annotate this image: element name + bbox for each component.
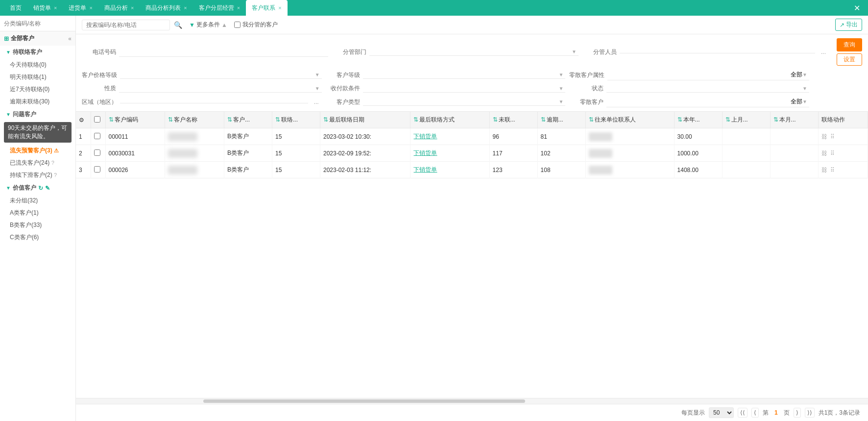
- my-customers-check[interactable]: [234, 22, 241, 28]
- tab-purchase-close[interactable]: ×: [89, 5, 92, 11]
- refresh-icon[interactable]: ↻: [38, 185, 43, 192]
- tab-customer-tier[interactable]: 客户分层经营 ×: [193, 0, 246, 16]
- settings-button[interactable]: 设置: [837, 53, 862, 66]
- sidebar-item-declining[interactable]: 持续下滑客户(2) ?: [0, 169, 75, 181]
- row-linked-contact: [585, 128, 674, 145]
- person-select[interactable]: [620, 51, 815, 53]
- nature-select[interactable]: ▼: [119, 85, 322, 93]
- my-customers-checkbox[interactable]: 我分管的客户: [234, 21, 278, 29]
- prev-page-btn[interactable]: ⟨: [751, 408, 759, 418]
- row-checkbox[interactable]: [91, 145, 105, 162]
- export-button[interactable]: ↗ 导出: [835, 19, 862, 31]
- col-uncontacted[interactable]: ⇅未联...: [489, 112, 537, 128]
- row-contact-count: 15: [272, 128, 320, 145]
- col-last-method[interactable]: ⇅最后联络方式: [410, 112, 489, 128]
- sidebar-item-overdue[interactable]: 逾期未联络(30): [0, 96, 75, 108]
- row-actions[interactable]: ⛓ ⠿: [818, 145, 868, 162]
- edit-icon[interactable]: ✎: [45, 185, 50, 192]
- row-checkbox[interactable]: [91, 128, 105, 145]
- col-checkbox[interactable]: [91, 112, 105, 128]
- col-customer-name[interactable]: ⇅客户名称: [165, 112, 224, 128]
- col-settings[interactable]: ⚙: [76, 112, 91, 128]
- next-page-btn[interactable]: ⟩: [794, 408, 801, 418]
- sidebar-group-waiting[interactable]: ▼ 待联络客户: [0, 46, 75, 59]
- sidebar-item-7days[interactable]: 近7天待联络(0): [0, 83, 75, 96]
- col-customer-code[interactable]: ⇅客户编码: [105, 112, 165, 128]
- price-level-select[interactable]: ▼: [120, 71, 322, 79]
- tab-customer-contact[interactable]: 客户联系 ×: [246, 0, 287, 16]
- sidebar-collapse-btn[interactable]: «: [68, 35, 72, 42]
- window-close-button[interactable]: ✕: [850, 3, 864, 13]
- main-search-icon[interactable]: 🔍: [174, 21, 182, 29]
- row-select-checkbox[interactable]: [94, 133, 100, 139]
- sidebar-item-class-b[interactable]: B类客户(33): [0, 219, 75, 231]
- col-linked-contact[interactable]: ⇅往来单位联系人: [585, 112, 674, 128]
- status-select[interactable]: ▼: [606, 85, 809, 93]
- col-this-year[interactable]: ⇅本年...: [674, 112, 722, 128]
- row-select-checkbox[interactable]: [94, 149, 100, 156]
- scrollbar-thumb[interactable]: [203, 399, 525, 403]
- sidebar-item-class-c[interactable]: C类客户(6): [0, 231, 75, 244]
- row-last-method[interactable]: 下销货单: [410, 128, 489, 145]
- action-link-icon[interactable]: ⛓: [821, 133, 827, 140]
- tab-sales-close[interactable]: ×: [54, 5, 57, 11]
- person-ellipsis[interactable]: ...: [818, 48, 829, 56]
- col-customer-type[interactable]: ⇅客户...: [224, 112, 272, 128]
- sidebar-group-problem[interactable]: ▼ 问题客户: [0, 108, 75, 121]
- region-ellipsis[interactable]: ...: [311, 98, 322, 106]
- tab-customer-contact-close[interactable]: ×: [278, 5, 281, 11]
- tooltip-problem-customers: 90天未交易的客户，可能有流失风险。: [4, 122, 72, 143]
- row-checkbox[interactable]: [91, 162, 105, 178]
- col-overdue[interactable]: ⇅逾期...: [537, 112, 585, 128]
- tab-product-list[interactable]: 商品分析列表 ×: [140, 0, 193, 16]
- query-button[interactable]: 查询: [837, 38, 862, 51]
- row-actions[interactable]: ⛓ ⠿: [818, 162, 868, 178]
- row-select-checkbox[interactable]: [94, 166, 100, 173]
- select-all-checkbox[interactable]: [94, 116, 100, 123]
- action-more-icon[interactable]: ⠿: [830, 167, 835, 173]
- sidebar-item-churned[interactable]: 已流失客户(24) ?: [0, 157, 75, 169]
- dept-select[interactable]: ▼: [369, 48, 579, 56]
- question-icon: ?: [51, 160, 54, 166]
- sidebar-group-value[interactable]: ▼ 价值客户 ↻ ✎: [0, 181, 75, 195]
- row-last-method[interactable]: 下销货单: [410, 162, 489, 178]
- last-page-btn[interactable]: ⟩⟩: [805, 408, 815, 418]
- customer-level-select[interactable]: ▼: [363, 71, 566, 79]
- casual-attr-select[interactable]: 全部 ▼: [607, 70, 809, 80]
- first-page-btn[interactable]: ⟨⟨: [738, 408, 747, 418]
- tab-purchase[interactable]: 进货单 ×: [63, 0, 98, 16]
- sidebar-item-unclassified[interactable]: 未分组(32): [0, 195, 75, 207]
- col-last-month[interactable]: ⇅上月...: [722, 112, 770, 128]
- main-search-input[interactable]: [82, 20, 170, 30]
- action-more-icon[interactable]: ⠿: [830, 150, 835, 157]
- row-last-method[interactable]: 下销货单: [410, 145, 489, 162]
- sidebar-item-today[interactable]: 今天待联络(0): [0, 59, 75, 71]
- sidebar-item-class-a[interactable]: A类客户(1): [0, 207, 75, 219]
- customer-type-select[interactable]: ▼: [363, 98, 566, 106]
- sidebar-item-churn-warning[interactable]: 流失预警客户(3) ⚠: [0, 145, 75, 157]
- col-this-month[interactable]: ⇅本月...: [770, 112, 818, 128]
- row-last-month: [722, 145, 770, 162]
- tab-product-analysis[interactable]: 商品分析 ×: [98, 0, 140, 16]
- phone-input[interactable]: [119, 48, 328, 57]
- horizontal-scrollbar[interactable]: [76, 398, 868, 404]
- region-select[interactable]: [120, 101, 308, 103]
- tab-home[interactable]: 首页: [4, 0, 27, 16]
- tab-product-list-close[interactable]: ×: [184, 5, 187, 11]
- col-contact-count[interactable]: ⇅联络...: [272, 112, 320, 128]
- action-more-icon[interactable]: ⠿: [830, 133, 835, 140]
- tab-product-analysis-close[interactable]: ×: [131, 5, 134, 11]
- col-last-date[interactable]: ⇅最后联络日期: [320, 112, 410, 128]
- row-actions[interactable]: ⛓ ⠿: [818, 128, 868, 145]
- tab-sales[interactable]: 销货单 ×: [27, 0, 63, 16]
- casual-customer-select[interactable]: 全部 ▼: [606, 97, 809, 107]
- filter-casual-customer: 零散客户 全部 ▼: [569, 97, 809, 107]
- action-link-icon[interactable]: ⛓: [821, 150, 827, 157]
- per-page-select[interactable]: 50 100 200: [709, 407, 734, 418]
- sidebar-item-tomorrow[interactable]: 明天待联络(1): [0, 71, 75, 83]
- sidebar-search-input[interactable]: [4, 20, 76, 27]
- payment-select[interactable]: ▼: [363, 85, 566, 93]
- action-link-icon[interactable]: ⛓: [821, 167, 827, 173]
- tab-customer-tier-close[interactable]: ×: [237, 5, 240, 11]
- more-conditions-btn[interactable]: ▼ 更多条件 ▲: [186, 19, 230, 30]
